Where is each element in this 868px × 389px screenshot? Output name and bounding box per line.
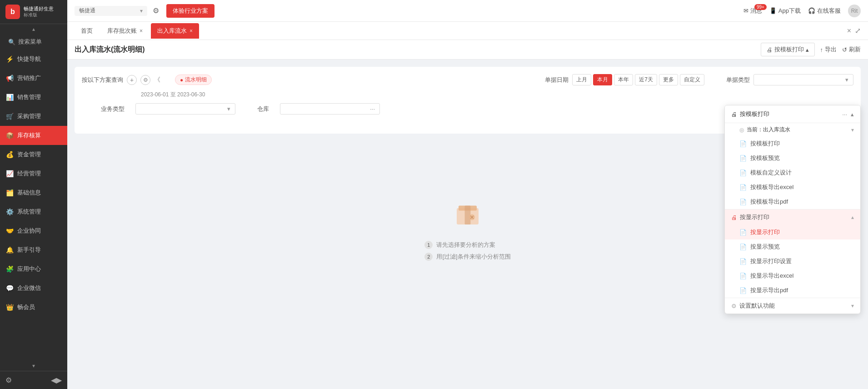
date-btn-group: 上月本月本年近7天更多自定义 bbox=[572, 74, 704, 85]
tab-close-all-btn[interactable]: × bbox=[847, 26, 851, 35]
dropdown-chevron-up-icon[interactable]: ▴ bbox=[851, 111, 854, 118]
tab-close-icon[interactable]: × bbox=[190, 28, 193, 34]
user-name: Rit bbox=[851, 8, 858, 14]
dropdown-title-text: 按模板打印 bbox=[740, 110, 769, 118]
date-btn-last_month[interactable]: 上月 bbox=[572, 74, 591, 85]
brand-name: 畅捷通好生意 bbox=[24, 5, 54, 12]
date-range-text: 2023-06-01 至 2023-06-30 bbox=[141, 91, 205, 98]
coop-nav-icon: 🤝 bbox=[5, 227, 14, 235]
sidebar-item-inventory[interactable]: 📦 库存核算 bbox=[0, 126, 67, 145]
sidebar-item-guide[interactable]: 🔔 新手引导 bbox=[0, 240, 67, 259]
topbar-gear-icon[interactable]: ⚙ bbox=[153, 6, 159, 15]
filter-add-btn[interactable]: + bbox=[127, 75, 137, 85]
topbar-chevron-icon[interactable]: ▾ bbox=[140, 8, 143, 14]
dropdown-item-display-export-excel[interactable]: 📄按显示导出excel bbox=[725, 269, 860, 283]
refresh-btn[interactable]: ↺ 刷新 bbox=[842, 45, 861, 54]
tab-expand-btn[interactable]: ⤢ bbox=[855, 26, 861, 35]
dropdown-item-template-customize[interactable]: 📄模板自定义设计 bbox=[725, 165, 860, 180]
dropdown-more-icon[interactable]: ··· bbox=[842, 111, 847, 118]
tab-inout-flow[interactable]: 出入库流水× bbox=[151, 23, 199, 39]
voucher-type-select[interactable]: ▾ bbox=[753, 74, 853, 85]
date-label: 单据日期 bbox=[545, 76, 569, 84]
sidebar-item-purchase[interactable]: 🛒 采购管理 bbox=[0, 107, 67, 126]
sidebar-item-wechat[interactable]: 💬 企业微信 bbox=[0, 279, 67, 298]
sidebar-item-label: 系统管理 bbox=[17, 208, 41, 216]
finance-nav-icon: 💰 bbox=[5, 150, 14, 159]
print-template-btn[interactable]: 🖨 按模板打印 ▴ bbox=[761, 43, 815, 56]
sidebar-item-finance[interactable]: 💰 资金管理 bbox=[0, 145, 67, 164]
tab-inventory-batch[interactable]: 库存批次账× bbox=[101, 23, 149, 39]
app-download-btn[interactable]: 📱 App下载 bbox=[769, 7, 801, 15]
dropdown-item-icon: 📄 bbox=[739, 229, 747, 236]
sidebar-item-quick-nav[interactable]: ⚡ 快捷导航 bbox=[0, 50, 67, 69]
dropdown-item-display-export-pdf[interactable]: 📄按显示导出pdf bbox=[725, 283, 860, 298]
voucher-type-label: 单据类型 bbox=[726, 76, 750, 84]
topbar-search-wrap[interactable]: ▾ bbox=[75, 6, 147, 16]
basics-nav-icon: 🗂️ bbox=[5, 189, 14, 197]
date-btn-custom[interactable]: 自定义 bbox=[680, 74, 704, 85]
sidebar-item-sales[interactable]: 📊 销售管理 bbox=[0, 88, 67, 107]
sidebar-item-coop[interactable]: 🤝 企业协同 bbox=[0, 221, 67, 240]
sidebar-item-apps[interactable]: 🧩 应用中心 bbox=[0, 259, 67, 279]
business-type-select[interactable]: ▾ bbox=[135, 103, 235, 115]
tab-close-icon[interactable]: × bbox=[140, 28, 143, 34]
date-filter: 单据日期 上月本月本年近7天更多自定义 bbox=[545, 74, 704, 85]
quick-nav-icon: ⚡ bbox=[5, 55, 14, 63]
export-icon: ↑ bbox=[820, 46, 823, 53]
filter-collapse-icon[interactable]: 《 bbox=[154, 76, 160, 84]
guide-nav-icon: 🔔 bbox=[5, 246, 14, 254]
dropdown-item-template-preview[interactable]: 📄按模板预览 bbox=[725, 151, 860, 165]
dropdown-print-icon: 🖨 bbox=[731, 111, 737, 118]
voucher-type-filter: 单据类型 ▾ bbox=[726, 74, 853, 85]
app-logo-icon: b bbox=[5, 5, 20, 19]
dropdown-display-section[interactable]: 🖨 按显示打印 ▴ bbox=[725, 209, 860, 225]
dropdown-display-items: 📄按显示打印📄按显示预览📄按显示打印设置📄按显示导出excel📄按显示导出pdf bbox=[725, 225, 860, 298]
topbar-search-input[interactable] bbox=[79, 8, 138, 14]
dropdown-item-display-preview[interactable]: 📄按显示预览 bbox=[725, 239, 860, 254]
filter-chip-flow[interactable]: ● 流水明细 bbox=[175, 75, 212, 85]
sidebar-item-basics[interactable]: 🗂️ 基础信息 bbox=[0, 183, 67, 202]
dropdown-item-label: 按模板预览 bbox=[750, 154, 780, 162]
dropdown-item-template-print[interactable]: 📄按模板打印 bbox=[725, 136, 860, 151]
customer-service-btn[interactable]: 🎧 在线客服 bbox=[808, 7, 841, 15]
tab-home[interactable]: 首页 bbox=[75, 23, 99, 39]
dropdown-item-label: 按显示打印设置 bbox=[750, 257, 792, 265]
warehouse-more-icon[interactable]: ··· bbox=[370, 105, 375, 112]
sidebar-scroll-up[interactable]: ▴ bbox=[0, 24, 67, 34]
dropdown-item-label: 按模板导出pdf bbox=[750, 198, 788, 206]
export-btn[interactable]: ↑ 导出 bbox=[820, 45, 837, 54]
sales-nav-icon: 📊 bbox=[5, 93, 14, 101]
sidebar-search-item[interactable]: 🔍 搜索菜单 bbox=[0, 34, 67, 50]
date-btn-more[interactable]: 更多 bbox=[659, 74, 678, 85]
sidebar-item-marketing[interactable]: 📢 营销推广 bbox=[0, 69, 67, 88]
dropdown-footer[interactable]: ⚙ 设置默认功能 ▾ bbox=[725, 298, 860, 314]
dropdown-item-display-print[interactable]: 📄按显示打印 bbox=[725, 225, 860, 239]
dropdown-item-display-print-settings[interactable]: 📄按显示打印设置 bbox=[725, 254, 860, 269]
user-avatar[interactable]: Rit bbox=[848, 5, 861, 17]
filter-setting-btn[interactable]: ⚙ bbox=[140, 75, 150, 85]
settings-icon[interactable]: ⚙ bbox=[5, 376, 12, 384]
step-1-num: 1 bbox=[424, 241, 433, 249]
customer-service-label: 在线客服 bbox=[817, 7, 841, 15]
dropdown-current-item[interactable]: ◎ 当前：出入库流水 ▾ bbox=[725, 123, 860, 136]
sidebar-scroll-down[interactable]: ▾ bbox=[0, 361, 67, 371]
date-btn-last_7_days[interactable]: 近7天 bbox=[635, 74, 657, 85]
trial-btn[interactable]: 体验行业方案 bbox=[166, 4, 215, 18]
dropdown-current-icon: ◎ bbox=[739, 127, 744, 133]
dropdown-item-icon: 📄 bbox=[739, 155, 747, 162]
topbar-right: ✉ 消息 99+ 📱 App下载 🎧 在线客服 Rit bbox=[743, 5, 861, 17]
refresh-label: 刷新 bbox=[849, 45, 861, 54]
search-icon: 🔍 bbox=[8, 39, 15, 45]
message-btn[interactable]: ✉ 消息 99+ bbox=[743, 7, 762, 15]
dropdown-item-template-export-excel[interactable]: 📄按模板导出excel bbox=[725, 180, 860, 194]
empty-steps: 1 请先选择要分析的方案 2 用[过滤]条件来缩小分析范围 bbox=[424, 241, 510, 261]
warehouse-input[interactable]: ··· bbox=[280, 103, 380, 115]
date-btn-current_year[interactable]: 本年 bbox=[614, 74, 633, 85]
sidebar-item-system[interactable]: ⚙️ 系统管理 bbox=[0, 202, 67, 221]
sidebar-item-operations[interactable]: 📈 经营管理 bbox=[0, 164, 67, 183]
dropdown-current-chevron: ▾ bbox=[851, 127, 854, 133]
sidebar-collapse-icon[interactable]: ◀▶ bbox=[51, 376, 62, 384]
dropdown-item-template-export-pdf[interactable]: 📄按模板导出pdf bbox=[725, 194, 860, 209]
date-btn-current_month[interactable]: 本月 bbox=[593, 74, 612, 85]
sidebar-item-vip[interactable]: 👑 畅会员 bbox=[0, 298, 67, 317]
